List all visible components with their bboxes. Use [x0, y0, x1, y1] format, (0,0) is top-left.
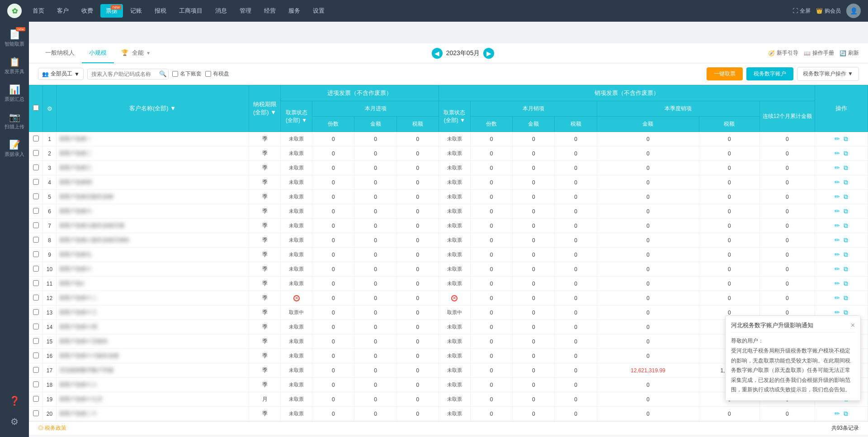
select-all-checkbox[interactable]	[33, 105, 39, 111]
copy-icon[interactable]: ⧉	[844, 207, 848, 215]
row-select[interactable]	[33, 222, 39, 228]
edit-icon[interactable]: ✏	[835, 265, 840, 273]
customer-filter-icon[interactable]: ▼	[170, 105, 176, 112]
row-checkbox[interactable]	[29, 291, 43, 305]
nav-tax[interactable]: 报税	[149, 4, 172, 18]
ledger-filter[interactable]: 名下账套	[172, 70, 202, 78]
copy-icon[interactable]: ⧉	[844, 251, 848, 258]
row-checkbox[interactable]	[29, 378, 43, 392]
edit-icon[interactable]: ✏	[835, 207, 840, 215]
row-checkbox[interactable]	[29, 175, 43, 190]
row-select[interactable]	[33, 381, 39, 387]
tax-digital-btn[interactable]: 税务数字账户	[746, 67, 793, 80]
copy-icon[interactable]: ⧉	[844, 164, 848, 171]
manual-btn[interactable]: 📖 操作手册	[804, 49, 834, 57]
row-checkbox[interactable]	[29, 233, 43, 248]
row-select[interactable]	[33, 309, 39, 315]
nav-service[interactable]: 服务	[283, 4, 306, 18]
copy-icon[interactable]: ⧉	[844, 135, 848, 142]
nav-business[interactable]: 工商项目	[174, 4, 208, 18]
row-checkbox[interactable]	[29, 277, 43, 291]
edit-icon[interactable]: ✏	[835, 135, 840, 142]
tab-small-scale[interactable]: 小规模	[82, 43, 114, 63]
copy-icon[interactable]: ⧉	[844, 193, 848, 200]
member-btn[interactable]: 👑 购会员	[816, 7, 841, 15]
sidebar-item-config[interactable]: ⚙	[2, 413, 27, 432]
notification-close-btn[interactable]: ×	[851, 321, 855, 329]
search-input[interactable]	[87, 69, 169, 80]
nav-message[interactable]: 消息	[210, 4, 232, 18]
copy-icon[interactable]: ⧉	[844, 236, 848, 244]
edit-icon[interactable]: ✏	[835, 294, 840, 301]
settings-icon[interactable]: ⚙	[47, 105, 52, 112]
edit-icon[interactable]: ✏	[835, 236, 840, 244]
sidebar-item-help[interactable]: ❓	[2, 392, 27, 411]
row-checkbox[interactable]	[29, 146, 43, 161]
tab-general-taxpayer[interactable]: 一般纳税人	[38, 43, 82, 63]
row-select[interactable]	[33, 193, 39, 199]
row-select[interactable]	[33, 179, 39, 185]
fullscreen-btn[interactable]: ⛶ 全屏	[793, 7, 811, 15]
row-select[interactable]	[33, 367, 39, 373]
sidebar-item-open-invoice[interactable]: 📋 发票开具	[2, 53, 27, 79]
one-click-btn[interactable]: 一键取票	[707, 67, 743, 80]
row-select[interactable]	[33, 136, 39, 141]
row-select[interactable]	[33, 150, 39, 156]
edit-icon[interactable]: ✏	[835, 179, 840, 186]
row-select[interactable]	[33, 280, 39, 286]
sidebar-item-invoice-entry[interactable]: 📝 票据录入	[2, 136, 27, 161]
in-status-filter-icon[interactable]: ▼	[302, 117, 307, 123]
row-checkbox[interactable]	[29, 190, 43, 204]
row-select[interactable]	[33, 208, 39, 214]
row-select[interactable]	[33, 338, 39, 344]
nav-manage[interactable]: 管理	[234, 4, 257, 18]
row-select[interactable]	[33, 237, 39, 243]
edit-icon[interactable]: ✏	[835, 309, 840, 316]
row-select[interactable]	[33, 251, 39, 257]
q-amount-link[interactable]: 12,621,319.99	[631, 367, 665, 374]
row-checkbox[interactable]	[29, 305, 43, 320]
nav-home[interactable]: 首页	[27, 4, 50, 18]
row-select[interactable]	[33, 164, 39, 170]
ledger-checkbox[interactable]	[172, 71, 178, 77]
edit-icon[interactable]: ✏	[835, 150, 840, 157]
copy-icon[interactable]: ⧉	[844, 265, 848, 273]
prev-month-btn[interactable]: ◀	[432, 48, 443, 59]
search-button[interactable]: 🔍	[159, 70, 167, 77]
edit-icon[interactable]: ✏	[835, 280, 840, 287]
edit-icon[interactable]: ✏	[835, 222, 840, 229]
copy-icon[interactable]: ⧉	[844, 280, 848, 287]
staff-select[interactable]: 👥 全部员工 ▼	[38, 68, 84, 80]
row-checkbox[interactable]	[29, 363, 43, 378]
next-month-btn[interactable]: ▶	[483, 48, 494, 59]
row-checkbox[interactable]	[29, 219, 43, 233]
row-checkbox[interactable]	[29, 334, 43, 349]
copy-icon[interactable]: ⧉	[844, 222, 848, 229]
nav-customer[interactable]: 客户	[52, 4, 74, 18]
copy-icon[interactable]: ⧉	[844, 179, 848, 186]
copy-icon[interactable]: ⧉	[844, 294, 848, 301]
row-checkbox[interactable]	[29, 407, 43, 421]
tax-digital-ops-btn[interactable]: 税务数字账户操作 ▼	[797, 67, 859, 81]
row-checkbox[interactable]	[29, 320, 43, 334]
sidebar-item-invoice-summary[interactable]: 📊 票据汇总	[2, 80, 27, 106]
row-checkbox[interactable]	[29, 132, 43, 146]
refresh-btn[interactable]: 🔄 刷新	[840, 49, 859, 57]
row-select[interactable]	[33, 352, 39, 358]
edit-icon[interactable]: ✏	[835, 410, 840, 417]
edit-icon[interactable]: ✏	[835, 251, 840, 258]
user-avatar[interactable]: 👤	[846, 4, 861, 18]
copy-icon[interactable]: ⧉	[844, 150, 848, 157]
nav-bookkeeping[interactable]: 记账	[125, 4, 147, 18]
row-select[interactable]	[33, 324, 39, 329]
row-checkbox[interactable]	[29, 161, 43, 175]
row-checkbox[interactable]	[29, 204, 43, 219]
row-select[interactable]	[33, 396, 39, 402]
edit-icon[interactable]: ✏	[835, 193, 840, 200]
row-select[interactable]	[33, 266, 39, 272]
copy-icon[interactable]: ⧉	[844, 410, 848, 417]
copy-icon[interactable]: ⧉	[844, 309, 848, 316]
period-filter-icon[interactable]: ▼	[270, 109, 276, 116]
new-guide-btn[interactable]: 🧭 新手引导	[768, 49, 798, 57]
tab-all-scale[interactable]: 🏆 全能 ▼	[114, 43, 158, 63]
